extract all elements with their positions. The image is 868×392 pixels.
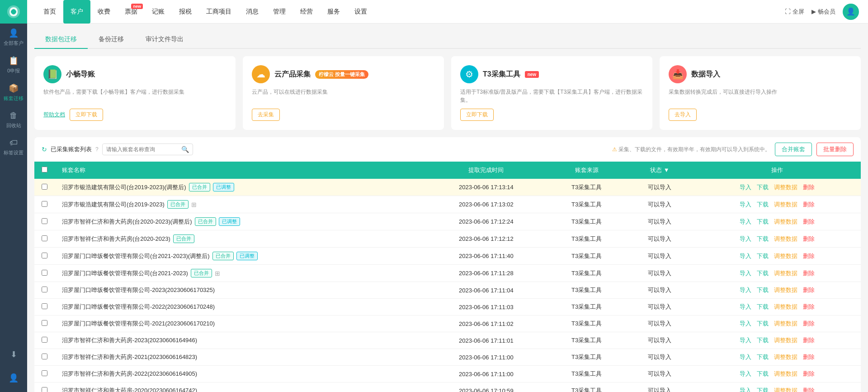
delete-link[interactable]: 删除 <box>803 218 815 225</box>
delete-link[interactable]: 删除 <box>803 235 815 242</box>
import-link[interactable]: 导入 <box>740 337 751 344</box>
adjust-link[interactable]: 调整数据 <box>774 370 797 377</box>
download-link[interactable]: 下载 <box>757 320 769 327</box>
delete-link[interactable]: 删除 <box>803 320 815 327</box>
import-link[interactable]: 导入 <box>740 235 751 242</box>
nav-message[interactable]: 消息 <box>239 0 266 24</box>
row-checkbox[interactable] <box>42 184 47 190</box>
import-link[interactable]: 导入 <box>740 320 751 327</box>
adjust-link[interactable]: 调整数据 <box>774 270 797 277</box>
row-checkbox[interactable] <box>42 287 47 292</box>
import-link[interactable]: 导入 <box>740 387 751 392</box>
import-link[interactable]: 导入 <box>740 287 751 293</box>
go-import-button[interactable]: 去导入 <box>669 109 697 121</box>
delete-link[interactable]: 删除 <box>803 387 815 392</box>
delete-link[interactable]: 删除 <box>803 253 815 259</box>
import-link[interactable]: 导入 <box>740 184 751 191</box>
adjust-link[interactable]: 调整数据 <box>774 235 797 242</box>
adjust-link[interactable]: 调整数据 <box>774 253 797 259</box>
merge-accounts-button[interactable]: 合并账套 <box>775 143 812 156</box>
import-link[interactable]: 导入 <box>740 303 751 310</box>
adjust-link[interactable]: 调整数据 <box>774 287 797 293</box>
download-now-button[interactable]: 立即下载 <box>70 109 103 121</box>
row-checkbox[interactable] <box>42 218 47 224</box>
sidebar-item-user-settings[interactable]: 👤 <box>0 368 27 387</box>
help-icon[interactable]: ? <box>95 146 99 153</box>
import-link[interactable]: 导入 <box>740 370 751 377</box>
nav-service[interactable]: 服务 <box>320 0 347 24</box>
sidebar-item-download[interactable]: ⬇ <box>0 345 27 364</box>
row-checkbox[interactable] <box>42 235 47 241</box>
download-link[interactable]: 下载 <box>757 303 769 310</box>
adjust-link[interactable]: 调整数据 <box>774 184 797 191</box>
row-checkbox[interactable] <box>42 201 47 207</box>
fullscreen-button[interactable]: ⛶ 全屏 <box>785 8 804 16</box>
adjust-link[interactable]: 调整数据 <box>774 218 797 225</box>
delete-link[interactable]: 删除 <box>803 184 815 191</box>
download-link[interactable]: 下载 <box>757 270 769 277</box>
row-checkbox[interactable] <box>42 320 47 326</box>
nav-invoice[interactable]: 票据 new <box>118 0 145 24</box>
search-icon[interactable]: 🔍 <box>181 146 189 153</box>
logo[interactable] <box>0 0 27 24</box>
tab-backup-migration[interactable]: 备份迁移 <box>88 31 135 49</box>
import-link[interactable]: 导入 <box>740 270 751 277</box>
nav-business[interactable]: 工商项目 <box>199 0 239 24</box>
search-input[interactable] <box>106 146 179 153</box>
adjust-link[interactable]: 调整数据 <box>774 303 797 310</box>
nav-operations[interactable]: 经营 <box>293 0 320 24</box>
row-checkbox[interactable] <box>42 270 47 276</box>
tab-audit-export[interactable]: 审计文件导出 <box>135 31 194 49</box>
download-link[interactable]: 下载 <box>757 337 769 344</box>
import-link[interactable]: 导入 <box>740 218 751 225</box>
row-checkbox[interactable] <box>42 303 47 309</box>
nav-accounting[interactable]: 记账 <box>145 0 172 24</box>
delete-link[interactable]: 删除 <box>803 287 815 293</box>
adjust-link[interactable]: 调整数据 <box>774 354 797 360</box>
download-link[interactable]: 下载 <box>757 287 769 293</box>
delete-link[interactable]: 删除 <box>803 201 815 208</box>
sidebar-item-tag-settings[interactable]: 🏷 标签设置 <box>0 134 27 161</box>
row-checkbox[interactable] <box>42 387 47 392</box>
delete-link[interactable]: 删除 <box>803 370 815 377</box>
nav-billing[interactable]: 收费 <box>90 0 118 24</box>
delete-link[interactable]: 删除 <box>803 303 815 310</box>
sidebar-item-all-clients[interactable]: 👤 全部客户 <box>0 24 27 51</box>
nav-settings[interactable]: 设置 <box>347 0 374 24</box>
download-link[interactable]: 下载 <box>757 235 769 242</box>
adjust-link[interactable]: 调整数据 <box>774 320 797 327</box>
nav-management[interactable]: 管理 <box>266 0 293 24</box>
delete-link[interactable]: 删除 <box>803 270 815 277</box>
download-link[interactable]: 下载 <box>757 184 769 191</box>
avatar[interactable]: 👤 <box>843 4 859 20</box>
adjust-link[interactable]: 调整数据 <box>774 337 797 344</box>
col-status[interactable]: 状态 ▼ <box>626 162 693 179</box>
delete-link[interactable]: 删除 <box>803 337 815 344</box>
sidebar-item-account-migration[interactable]: 📦 账套迁移 <box>0 79 27 106</box>
download-link[interactable]: 下载 <box>757 370 769 377</box>
row-checkbox[interactable] <box>42 337 47 343</box>
nav-tax[interactable]: 报税 <box>172 0 199 24</box>
download-link[interactable]: 下载 <box>757 354 769 360</box>
delete-link[interactable]: 删除 <box>803 354 815 360</box>
help-doc-link[interactable]: 帮助文档 <box>43 111 65 119</box>
tab-data-migration[interactable]: 数据包迁移 <box>34 31 88 49</box>
row-checkbox[interactable] <box>42 370 47 376</box>
go-collect-button[interactable]: 去采集 <box>252 109 280 121</box>
nav-clients[interactable]: 客户 <box>63 0 90 24</box>
download-link[interactable]: 下载 <box>757 201 769 208</box>
download-t3-button[interactable]: 立即下载 <box>460 109 494 121</box>
download-link[interactable]: 下载 <box>757 387 769 392</box>
member-button[interactable]: ▶ 畅会员 <box>811 8 835 16</box>
sidebar-item-recycle[interactable]: 🗑 回收站 <box>0 106 27 134</box>
adjust-link[interactable]: 调整数据 <box>774 201 797 208</box>
row-checkbox[interactable] <box>42 253 47 258</box>
import-link[interactable]: 导入 <box>740 253 751 259</box>
select-all-checkbox[interactable] <box>42 167 47 172</box>
batch-delete-button[interactable]: 批量删除 <box>816 143 854 156</box>
download-link[interactable]: 下载 <box>757 218 769 225</box>
refresh-icon[interactable]: ↻ <box>42 146 47 153</box>
nav-home[interactable]: 首页 <box>36 0 63 24</box>
adjust-link[interactable]: 调整数据 <box>774 387 797 392</box>
import-link[interactable]: 导入 <box>740 201 751 208</box>
